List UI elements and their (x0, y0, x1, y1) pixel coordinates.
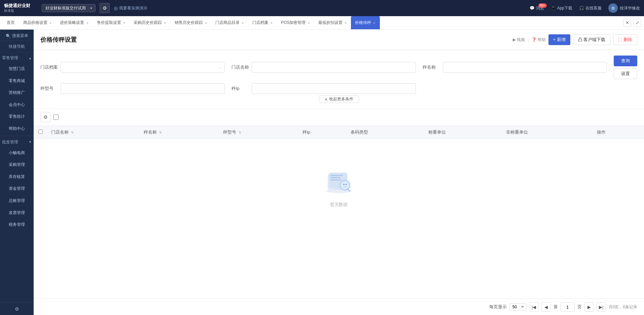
sort-icon-scale-name[interactable]: ⇅ (159, 131, 162, 134)
page-first-button[interactable]: |◀ (529, 302, 539, 312)
tab-purchase-strategy[interactable]: 进价策略设置 × (56, 16, 93, 29)
page-next-button[interactable]: ▶ (584, 302, 594, 312)
sidebar-search[interactable]: 🔍 搜索菜单 (0, 30, 34, 41)
sidebar-quick-nav[interactable]: 快捷导航 (0, 41, 34, 53)
sort-icon-scale-model[interactable]: ⇅ (239, 131, 241, 134)
sidebar-item-finance[interactable]: 资金管理 (0, 183, 34, 195)
store-profile-label: 门店档案 (40, 64, 58, 70)
sidebar-section-wholesale[interactable]: 批发管理 (0, 137, 34, 147)
tab-close-sale-history[interactable]: × (205, 21, 207, 25)
tab-close-store-catalog[interactable]: × (242, 21, 244, 25)
empty-state-row: 暂无数据 (34, 139, 644, 235)
sidebar-item-help-center[interactable]: 帮助中心 (0, 123, 34, 135)
toolbar-left: ⚙ (40, 112, 59, 122)
sidebar-item-retail-stats[interactable]: 零售统计 (0, 111, 34, 123)
th-store-name: 门店名称 ⇅ (47, 126, 140, 139)
delete-button[interactable]: ⬚ 删除 (613, 34, 637, 45)
add-button[interactable]: + 新增 (548, 34, 570, 45)
tab-expand-button[interactable]: ⤢ (633, 19, 641, 27)
tab-close-purchase-strategy[interactable]: × (86, 21, 88, 25)
scale-ip-input[interactable] (252, 83, 416, 94)
tab-close-store-profile[interactable]: × (271, 21, 273, 25)
tab-bar-right: ✕ ⤢ (623, 19, 641, 27)
tab-close-sale-price[interactable]: × (123, 21, 125, 25)
th-weight-unit: 称重单位 (424, 126, 502, 139)
tab-sale-history[interactable]: 销售历史价跟踪 × (171, 16, 211, 29)
sidebar-item-general-ledger[interactable]: 总账管理 (0, 195, 34, 207)
th-checkbox-input[interactable] (38, 130, 43, 134)
scale-ip-label: 秤ip (231, 85, 249, 92)
help-icon: ❓ (532, 37, 537, 42)
app-download-button[interactable]: 📱 App下载 (551, 5, 572, 11)
set-button[interactable]: 设置 (614, 68, 637, 79)
tab-close-pos-management[interactable]: × (308, 21, 310, 25)
scale-model-input[interactable] (61, 83, 225, 94)
scale-model-label: 秤型号 (40, 85, 58, 92)
empty-illustration (322, 166, 356, 196)
tab-sale-price[interactable]: 售价提取设置 × (93, 16, 130, 29)
select-all-checkbox[interactable] (53, 114, 59, 120)
sidebar-item-inventory[interactable]: 库存核算 (0, 171, 34, 183)
tab-price-scale[interactable]: 价格传秤 × (351, 16, 380, 29)
page-title: 价格传秤设置 (40, 36, 77, 44)
tab-close-min-discount[interactable]: × (345, 21, 347, 25)
store-name-input[interactable] (252, 62, 416, 73)
scale-name-label: 秤名称 (423, 64, 440, 70)
version-selector[interactable]: 好业财标准版交付试用 (42, 4, 96, 12)
sidebar-divider-1 (0, 136, 34, 136)
store-profile-input[interactable] (61, 62, 225, 73)
page-number-input[interactable] (561, 302, 575, 312)
topbar-settings-button[interactable]: ⚙ (100, 3, 110, 13)
tab-close-all-button[interactable]: ✕ (623, 19, 631, 27)
demo-link[interactable]: 我要看实例演示 (114, 5, 147, 11)
empty-text: 暂无数据 (330, 202, 348, 208)
store-profile-dots-icon[interactable]: ··· (218, 65, 222, 70)
online-service-button[interactable]: 🎧 在线客服 (579, 5, 602, 11)
sidebar-item-member-center[interactable]: 会员中心 (0, 99, 34, 111)
tab-pos-management[interactable]: POS加密管理 × (277, 16, 314, 29)
tab-close-commodity-price[interactable]: × (49, 21, 51, 25)
sidebar-section-retail[interactable]: 零售管理 (0, 53, 34, 63)
tab-close-price-scale[interactable]: × (373, 21, 375, 25)
page-prev-button[interactable]: ◀ (541, 302, 551, 312)
download-button[interactable]: 凸 客户端下载 (573, 34, 611, 45)
sidebar-item-xiaochang[interactable]: 小畅电商 (0, 147, 34, 159)
filter-row-1: 门店档案 ··· 门店名称 秤名称 查询 (40, 56, 637, 79)
sidebar-item-retail-mall[interactable]: 零售商城 (0, 75, 34, 87)
table-head: 门店名称 ⇅ 秤名称 ⇅ 秤型号 ⇅ 秤ip (34, 126, 644, 139)
tab-min-discount[interactable]: 最低折扣设置 × (314, 16, 351, 29)
help-link[interactable]: ❓ 帮助 (532, 37, 546, 43)
sidebar-item-smart-store[interactable]: 智慧门店 (0, 63, 34, 75)
tab-bar: 首页 商品价格设置 × 进价策略设置 × 售价提取设置 × 采购历史价跟踪 × … (0, 16, 644, 30)
page-last-button[interactable]: ▶| (597, 302, 606, 312)
sidebar-item-tax[interactable]: 税务管理 (0, 219, 34, 231)
sidebar-item-marketing[interactable]: 营销推广 (0, 87, 34, 99)
empty-state: 暂无数据 (34, 139, 644, 235)
tab-home[interactable]: 首页 (3, 16, 19, 29)
filter-row-2: 秤型号 秤ip (40, 83, 637, 94)
sidebar-item-invoice[interactable]: 发票管理 (0, 207, 34, 219)
video-link[interactable]: ▶ 视频 (513, 37, 525, 43)
tab-close-purchase-history[interactable]: × (164, 21, 166, 25)
sort-icon-store-name[interactable]: ⇅ (71, 131, 74, 134)
user-area[interactable]: 徐 徐泽华修改 (608, 3, 640, 13)
logo-title: 畅捷通好业财 (4, 3, 30, 8)
version-selector-wrap[interactable]: 好业财标准版交付试用 (42, 4, 96, 12)
column-settings-button[interactable]: ⚙ (40, 112, 50, 122)
scale-name-input[interactable] (443, 62, 607, 73)
query-button[interactable]: 查询 (614, 56, 637, 66)
page-size-select[interactable]: 102050100 (509, 303, 527, 311)
svg-rect-5 (330, 179, 342, 180)
sidebar-item-purchase[interactable]: 采购管理 (0, 159, 34, 171)
message-button[interactable]: 💬 消息 99+ (530, 5, 544, 11)
collapse-button[interactable]: ∧ 收起更多条件 (319, 95, 359, 103)
collapse-icon: ∧ (325, 97, 328, 102)
tab-store-catalog[interactable]: 门店商品目录 × (211, 16, 248, 29)
sidebar-settings-button[interactable]: ⚙ (0, 303, 34, 315)
tab-commodity-price[interactable]: 商品价格设置 × (19, 16, 56, 29)
tab-purchase-history[interactable]: 采购历史价跟踪 × (130, 16, 170, 29)
data-table: 门店名称 ⇅ 秤名称 ⇅ 秤型号 ⇅ 秤ip (34, 126, 644, 235)
message-badge: 99+ (538, 3, 547, 8)
logo-area: 畅捷通好业财 标准版 (4, 3, 38, 13)
tab-store-profile[interactable]: 门店档案 × (248, 16, 277, 29)
